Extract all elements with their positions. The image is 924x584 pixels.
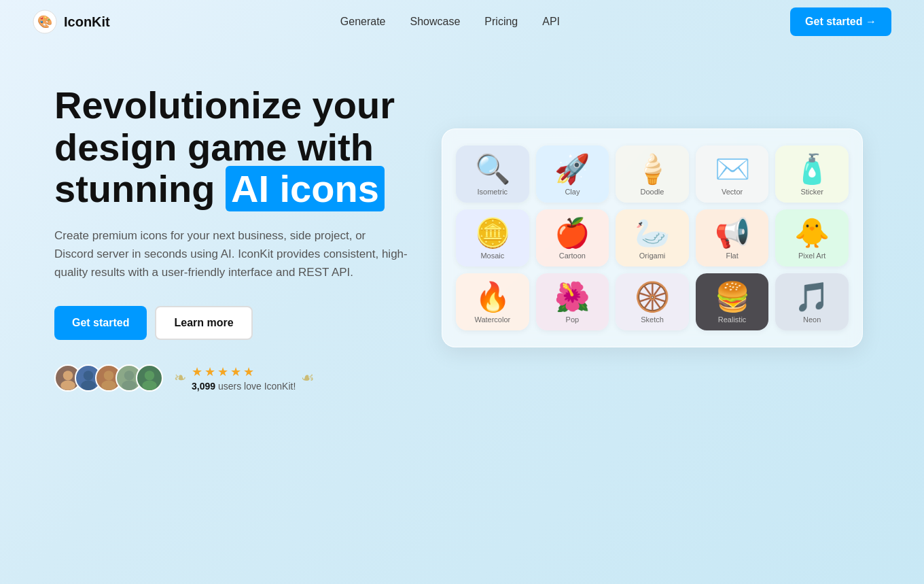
user-count: 3,099: [192, 381, 215, 392]
neon-label: Neon: [803, 315, 821, 324]
nav-get-started-button[interactable]: Get started →: [790, 7, 891, 36]
icon-cell-pop: 🌺 Pop: [536, 273, 609, 330]
isometric-emoji: 🔍: [475, 155, 510, 184]
hero-left: Revolutionize your design game with stun…: [54, 84, 408, 392]
mosaic-label: Mosaic: [480, 252, 504, 260]
social-proof: ❧ ★ ★ ★ ★ ★ 3,099 users love IconKit! ☙: [54, 364, 408, 392]
logo-text: IconKit: [64, 14, 110, 30]
laurel-right-icon: ☙: [301, 369, 315, 387]
icon-cell-realistic: 🍔 Realistic: [696, 273, 769, 330]
sketch-emoji: 🛞: [635, 283, 670, 311]
svg-point-2: [63, 371, 73, 381]
svg-point-3: [60, 381, 75, 390]
star-2: ★: [205, 364, 215, 379]
nav-api[interactable]: API: [542, 16, 560, 27]
pixelart-emoji: 🐥: [794, 219, 830, 247]
cartoon-emoji: 🍎: [554, 219, 590, 247]
rating-text: 3,099 users love IconKit!: [192, 381, 296, 392]
clay-label: Clay: [565, 188, 580, 196]
icon-cell-clay: 🚀 Clay: [536, 145, 609, 203]
sticker-emoji: 🧴: [794, 155, 830, 184]
sticker-label: Sticker: [800, 188, 823, 196]
origami-emoji: 🦢: [635, 219, 670, 247]
icon-cell-sketch: 🛞 Sketch: [616, 273, 689, 330]
hero-title-line2: design game with: [54, 126, 374, 169]
svg-point-7: [101, 381, 116, 390]
watercolor-label: Watercolor: [474, 315, 510, 324]
icon-cell-vector: ✉️ Vector: [696, 145, 769, 203]
isometric-label: Isometric: [477, 188, 508, 196]
icon-cell-pixelart: 🐥 Pixel Art: [775, 209, 849, 267]
hero-buttons: Get started Learn more: [54, 306, 408, 340]
nav-generate[interactable]: Generate: [340, 16, 386, 27]
realistic-emoji: 🍔: [715, 283, 750, 311]
pop-label: Pop: [566, 315, 580, 324]
icon-cell-isometric: 🔍 Isometric: [456, 145, 529, 203]
clay-emoji: 🚀: [554, 155, 590, 184]
user-avatars: [54, 364, 163, 392]
navbar: 🎨 IconKit Generate Showcase Pricing API …: [0, 0, 924, 44]
star-rating: ★ ★ ★ ★ ★: [192, 364, 296, 379]
icon-cell-cartoon: 🍎 Cartoon: [536, 209, 609, 267]
icon-cell-neon: 🎵 Neon: [775, 273, 849, 330]
svg-point-10: [145, 371, 154, 381]
logo-icon: 🎨: [33, 10, 57, 34]
icon-cell-watercolor: 🔥 Watercolor: [456, 273, 529, 330]
icon-cell-flat: 📢 Flat: [696, 209, 769, 267]
icon-cell-mosaic: 🪙 Mosaic: [456, 209, 529, 267]
hero-title-line3-normal: stunning: [54, 167, 226, 210]
vector-label: Vector: [722, 188, 743, 196]
svg-point-5: [81, 381, 96, 390]
hero-learn-more-button[interactable]: Learn more: [155, 306, 252, 340]
icon-grid: 🔍 Isometric 🚀 Clay 🍦 Doodle ✉️ Vector 🧴: [456, 145, 849, 330]
origami-label: Origami: [639, 252, 666, 260]
nav-showcase[interactable]: Showcase: [410, 16, 461, 27]
hero-title: Revolutionize your design game with stun…: [54, 84, 408, 210]
icon-cell-doodle: 🍦 Doodle: [616, 145, 689, 203]
svg-point-4: [84, 371, 93, 381]
icon-showcase: 🔍 Isometric 🚀 Clay 🍦 Doodle ✉️ Vector 🧴: [442, 128, 863, 347]
logo-link[interactable]: 🎨 IconKit: [33, 10, 110, 34]
icon-cell-origami: 🦢 Origami: [616, 209, 689, 267]
svg-text:🎨: 🎨: [37, 14, 53, 29]
users-label: users love IconKit!: [218, 381, 296, 392]
hero-section: Revolutionize your design game with stun…: [0, 44, 924, 419]
pop-emoji: 🌺: [554, 283, 590, 311]
pixelart-label: Pixel Art: [798, 252, 825, 260]
star-4: ★: [230, 364, 241, 379]
nav-links: Generate Showcase Pricing API: [340, 16, 560, 28]
hero-description: Create premium icons for your next busin…: [54, 226, 408, 282]
neon-emoji: 🎵: [794, 283, 830, 311]
sketch-label: Sketch: [641, 315, 664, 324]
cartoon-label: Cartoon: [559, 252, 586, 260]
hero-title-line1: Revolutionize your: [54, 84, 395, 126]
icon-cell-sticker: 🧴 Sticker: [775, 145, 849, 203]
nav-pricing[interactable]: Pricing: [484, 16, 518, 27]
mosaic-emoji: 🪙: [475, 219, 510, 247]
flat-label: Flat: [726, 252, 738, 260]
svg-point-9: [122, 381, 137, 390]
hero-get-started-button[interactable]: Get started: [54, 306, 147, 340]
vector-emoji: ✉️: [715, 155, 750, 184]
realistic-label: Realistic: [718, 315, 747, 324]
hero-right: 🔍 Isometric 🚀 Clay 🍦 Doodle ✉️ Vector 🧴: [435, 128, 870, 347]
svg-point-11: [142, 381, 157, 390]
laurel-award: ❧ ★ ★ ★ ★ ★ 3,099 users love IconKit! ☙: [174, 364, 315, 392]
star-1: ★: [192, 364, 202, 379]
flat-emoji: 📢: [715, 219, 750, 247]
laurel-left-icon: ❧: [174, 369, 186, 387]
svg-point-8: [124, 371, 134, 381]
rating-info: ★ ★ ★ ★ ★ 3,099 users love IconKit!: [192, 364, 296, 392]
watercolor-emoji: 🔥: [475, 283, 510, 311]
doodle-emoji: 🍦: [635, 155, 670, 184]
star-5: ★: [243, 364, 254, 379]
svg-point-6: [104, 371, 113, 381]
star-3: ★: [217, 364, 228, 379]
hero-title-highlight: AI icons: [226, 166, 385, 211]
doodle-label: Doodle: [641, 188, 664, 196]
avatar: [136, 364, 163, 392]
